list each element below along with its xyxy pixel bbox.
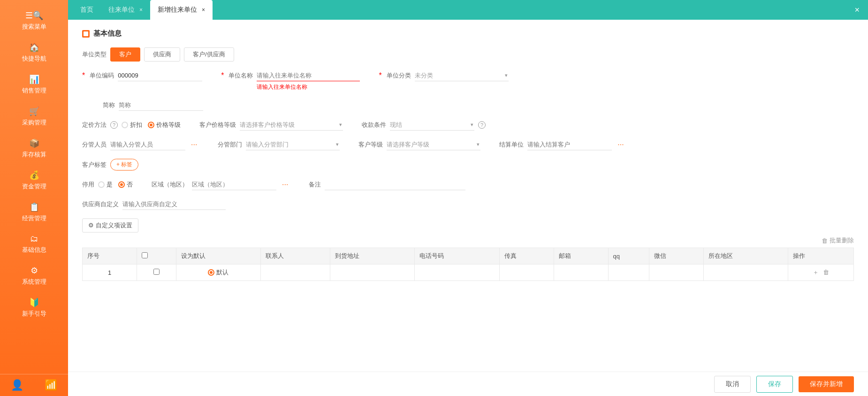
- row-add-icon[interactable]: ＋: [813, 269, 819, 276]
- disabled-label: 停用: [82, 180, 94, 189]
- cancel-button[interactable]: 取消: [714, 376, 751, 393]
- unit-type-label: 单位类型: [82, 50, 107, 59]
- row-seq: 1: [83, 264, 137, 281]
- save-new-button[interactable]: 保存并新增: [799, 376, 854, 392]
- settlement-unit-input[interactable]: [527, 139, 612, 150]
- sidebar-item-purchase[interactable]: 🛒 采购管理: [0, 101, 68, 132]
- customer-level-select[interactable]: 请选择客户等级: [387, 139, 480, 150]
- short-name-field: 简称: [82, 100, 203, 111]
- region-more-icon[interactable]: ···: [280, 180, 290, 189]
- unit-type-both-btn[interactable]: 客户/供应商: [184, 47, 234, 62]
- batch-delete-label[interactable]: 批量删除: [830, 236, 854, 245]
- sidebar-settings-btn[interactable]: 📶: [45, 379, 57, 391]
- window-close-btn[interactable]: ×: [851, 5, 863, 15]
- sidebar-item-inventory[interactable]: 📦 库存核算: [0, 132, 68, 164]
- radio-discount[interactable]: 折扣: [122, 121, 142, 129]
- manager-label: 分管人员: [82, 140, 107, 149]
- sidebar-bottom: 👤 📶: [0, 374, 68, 396]
- radio-disabled-yes[interactable]: 是: [98, 180, 113, 189]
- row-default-label: 默认: [216, 268, 228, 277]
- table-body: 1 默认: [83, 264, 854, 281]
- remarks-input[interactable]: [325, 179, 465, 190]
- sidebar-collapse-btn[interactable]: 👤: [11, 379, 23, 391]
- payment-terms-label: 收款条件: [362, 121, 386, 129]
- row-delete-icon[interactable]: 🗑: [823, 269, 829, 276]
- col-email: 邮箱: [554, 248, 608, 264]
- footer: 取消 保存 保存并新增: [68, 372, 868, 396]
- region-input[interactable]: [192, 179, 276, 190]
- batch-delete-icon: 🗑: [822, 237, 828, 244]
- department-select[interactable]: 请输入分管部门: [246, 139, 340, 150]
- tab-partners-label: 往来单位: [108, 6, 135, 14]
- sidebar-item-quicknav[interactable]: 🏠 快捷导航: [0, 37, 68, 69]
- col-default: 设为默认: [176, 248, 260, 264]
- custom-settings-btn[interactable]: ⚙ 自定义项设置: [82, 218, 138, 233]
- payment-terms-help-icon[interactable]: ?: [478, 121, 486, 129]
- sidebar-item-finance[interactable]: 💰 资金管理: [0, 164, 68, 196]
- sidebar-item-operations-label: 经营管理: [22, 214, 46, 223]
- row-contact: [261, 264, 330, 281]
- manager-field: 分管人员 ···: [82, 139, 199, 150]
- sidebar-item-sales[interactable]: 📊 销售管理: [0, 69, 68, 101]
- unit-type-supplier-btn[interactable]: 供应商: [144, 47, 180, 62]
- section-title: 基本信息: [93, 29, 122, 38]
- sidebar-item-finance-label: 资金管理: [22, 182, 46, 191]
- unit-name-wrap: * 单位名称: [221, 70, 360, 81]
- sidebar-item-operations[interactable]: 📋 经营管理: [0, 196, 68, 228]
- unit-name-input[interactable]: [257, 70, 360, 81]
- disabled-radios: 是 否: [98, 180, 133, 189]
- radio-discount-circle: [122, 122, 128, 128]
- section-icon: [82, 30, 90, 38]
- home-icon: 🏠: [29, 42, 39, 53]
- radio-disabled-no-circle: [118, 181, 125, 188]
- sidebar-item-newbie[interactable]: 🔰 新手引导: [0, 292, 68, 324]
- unit-category-select[interactable]: 未分类: [415, 70, 509, 81]
- settlement-unit-more-icon[interactable]: ···: [616, 140, 625, 149]
- row-checkbox[interactable]: [153, 269, 160, 275]
- short-name-input[interactable]: [119, 100, 203, 111]
- code-name-category-row: * 单位编码 * 单位名称 请输入往来单位名称 * 单位分类 未分类: [82, 70, 854, 91]
- row-qq: [608, 264, 649, 281]
- save-button[interactable]: 保存: [756, 376, 793, 393]
- payment-terms-select[interactable]: 现结: [390, 119, 474, 130]
- supplier-custom-input[interactable]: [122, 199, 226, 210]
- row-checkbox-cell: [137, 264, 176, 281]
- customer-price-level-select[interactable]: 请选择客户价格等级: [240, 119, 343, 130]
- sidebar: ☰🔍 搜索菜单 🏠 快捷导航 📊 销售管理 🛒 采购管理 📦 库存核算 💰 资金…: [0, 0, 68, 396]
- unit-code-input[interactable]: [118, 70, 202, 81]
- customer-level-wrap: 请选择客户等级 ▾: [387, 139, 480, 150]
- row-email: [554, 264, 608, 281]
- basic-icon: 🗂: [30, 234, 38, 244]
- remarks-label: 备注: [309, 180, 321, 189]
- remarks-field: 备注: [309, 179, 465, 190]
- add-tag-btn[interactable]: + 标签: [110, 159, 138, 171]
- pricing-method-help-icon[interactable]: ?: [110, 121, 118, 129]
- sidebar-item-basic-label: 基础信息: [22, 246, 46, 254]
- radio-price-level[interactable]: 价格等级: [148, 121, 181, 129]
- tab-new-partner[interactable]: 新增往来单位 ×: [150, 0, 213, 20]
- manager-input[interactable]: [110, 139, 185, 150]
- sidebar-item-search[interactable]: ☰🔍 搜索菜单: [0, 5, 68, 37]
- tab-home[interactable]: 首页: [73, 0, 101, 20]
- select-all-checkbox[interactable]: [142, 252, 148, 258]
- tab-partners-close[interactable]: ×: [139, 7, 143, 13]
- radio-price-level-circle: [148, 122, 154, 128]
- unit-category-field: * 单位分类 未分类 ▾: [379, 70, 508, 81]
- tab-new-partner-close[interactable]: ×: [202, 7, 205, 13]
- radio-disabled-no[interactable]: 否: [118, 180, 133, 189]
- row-default-radio-circle: [208, 269, 214, 276]
- tab-partners[interactable]: 往来单位 ×: [101, 0, 150, 20]
- sidebar-item-system[interactable]: ⚙ 系统管理: [0, 260, 68, 292]
- col-seq: 序号: [83, 248, 137, 264]
- radio-discount-label: 折扣: [130, 121, 142, 129]
- batch-delete-bar: 🗑 批量删除: [82, 236, 854, 245]
- sidebar-item-basic[interactable]: 🗂 基础信息: [0, 228, 68, 260]
- unit-type-group: 客户 供应商 客户/供应商: [110, 47, 234, 62]
- unit-type-customer-btn[interactable]: 客户: [110, 47, 140, 62]
- customer-level-label: 客户等级: [358, 140, 383, 149]
- manager-more-icon[interactable]: ···: [189, 140, 199, 149]
- col-action: 操作: [788, 248, 854, 264]
- svg-rect-0: [84, 31, 88, 36]
- row-default-radio[interactable]: 默认: [181, 268, 256, 277]
- custom-settings-bar: ⚙ 自定义项设置: [82, 218, 854, 233]
